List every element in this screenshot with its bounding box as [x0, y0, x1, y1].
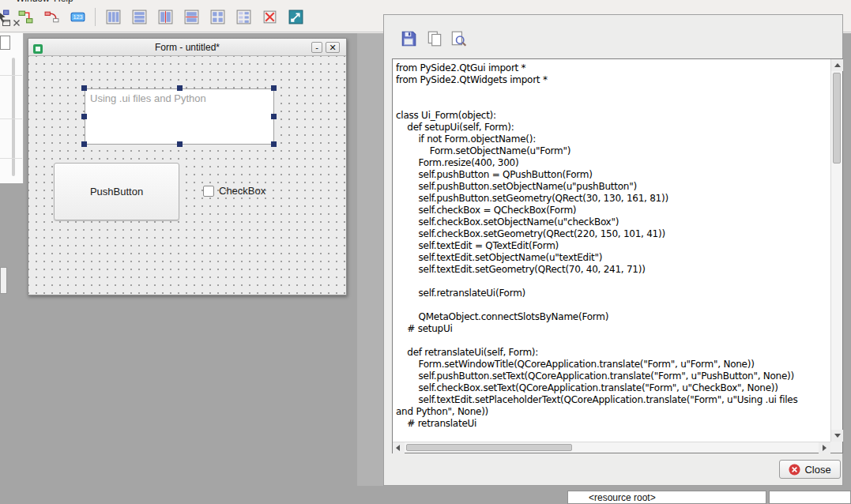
selection-handle-bottom-middle[interactable] — [177, 141, 183, 147]
close-circle-icon — [789, 464, 800, 476]
selection-handle-bottom-right[interactable] — [271, 141, 277, 147]
find-icon[interactable] — [450, 30, 467, 47]
designer-pushbutton[interactable]: PushButton — [54, 163, 179, 220]
dock-float-icon[interactable] — [2, 17, 11, 26]
code-preview-dialog: from PySide2.QtGui import * from PySide2… — [383, 14, 843, 486]
toolbar-separator — [95, 8, 96, 26]
form-designer-window: Form - untitled* - ✕ Using .ui files and… — [28, 38, 347, 295]
resource-root-item[interactable]: <resource root> — [567, 491, 766, 504]
panel-fragment — [0, 267, 7, 294]
layout-horizontal-splitter-icon[interactable] — [157, 9, 174, 25]
selection-handle-top-left[interactable] — [81, 85, 87, 91]
menu-help[interactable]: Help — [54, 0, 73, 4]
selection-handle-top-middle[interactable] — [177, 85, 183, 91]
break-layout-icon[interactable] — [262, 9, 278, 25]
layout-vertically-icon[interactable] — [131, 9, 148, 25]
selection-handle-top-right[interactable] — [271, 85, 277, 91]
form-window-title: Form - untitled* — [28, 42, 346, 53]
code-view[interactable]: from PySide2.QtGui import * from PySide2… — [392, 58, 843, 453]
widget-box-panel — [0, 33, 24, 183]
resource-panel-fragment — [769, 491, 851, 504]
layout-vertical-splitter-icon[interactable] — [183, 9, 200, 25]
widget-box-separator — [0, 118, 22, 119]
widget-box-separator — [0, 75, 22, 76]
menu-window[interactable]: Window — [16, 0, 50, 4]
vertical-scroll-thumb[interactable] — [833, 73, 841, 164]
layout-horizontally-icon[interactable] — [105, 9, 122, 25]
scrollbar-corner — [830, 442, 842, 453]
layout-form-icon[interactable] — [235, 9, 252, 25]
horizontal-scroll-thumb[interactable] — [406, 444, 572, 451]
designer-textedit[interactable]: Using .ui files and Python — [85, 88, 274, 145]
selection-handle-middle-right[interactable] — [271, 114, 277, 119]
generated-code[interactable]: from PySide2.QtGui import * from PySide2… — [396, 62, 830, 438]
form-minimize-button[interactable]: - — [311, 42, 322, 53]
edit-buddies-icon[interactable] — [43, 9, 60, 25]
scroll-left-icon[interactable] — [393, 442, 405, 453]
designer-checkbox[interactable]: CheckBox — [203, 185, 265, 197]
scroll-up-icon[interactable] — [831, 59, 843, 71]
close-button-label: Close — [804, 464, 830, 476]
checkbox-indicator[interactable] — [203, 186, 214, 197]
code-vertical-scrollbar[interactable] — [830, 59, 842, 442]
close-button[interactable]: Close — [779, 460, 841, 479]
scroll-down-icon[interactable] — [831, 430, 843, 442]
scroll-right-icon[interactable] — [819, 442, 830, 453]
widget-box-separator — [0, 158, 22, 159]
form-close-button[interactable]: ✕ — [326, 42, 340, 53]
layout-grid-icon[interactable] — [209, 9, 226, 25]
selection-handle-bottom-left[interactable] — [81, 141, 87, 147]
copy-icon[interactable] — [426, 30, 443, 47]
selection-handle-middle-left[interactable] — [81, 114, 87, 119]
textedit-placeholder: Using .ui files and Python — [85, 89, 273, 107]
save-icon[interactable] — [400, 30, 417, 47]
adjust-size-icon[interactable] — [288, 9, 304, 25]
edit-tab-order-icon[interactable]: 123 — [70, 9, 86, 25]
widget-box-filter-input[interactable] — [0, 36, 10, 50]
form-window-titlebar[interactable]: Form - untitled* - ✕ — [28, 39, 346, 56]
dock-close-icon[interactable] — [12, 17, 21, 26]
svg-text:123: 123 — [73, 13, 82, 21]
resource-root-label: <resource root> — [568, 491, 766, 503]
checkbox-label: CheckBox — [219, 185, 265, 197]
code-horizontal-scrollbar[interactable] — [393, 442, 830, 453]
mdi-edge-strip — [357, 33, 383, 486]
